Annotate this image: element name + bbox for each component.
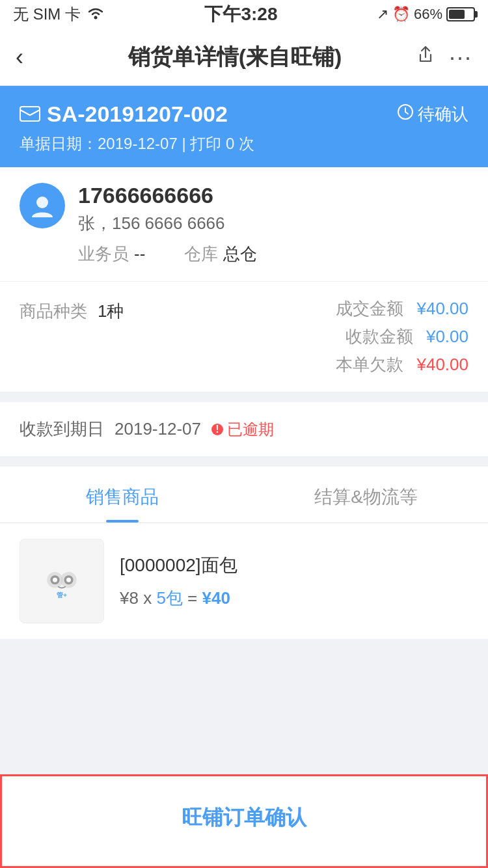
location-icon: ↗ xyxy=(377,6,388,23)
amounts-summary: 成交金额 ¥40.00 收款金额 ¥0.00 本单欠款 ¥40.00 xyxy=(336,297,468,376)
product-name: [0000002]面包 xyxy=(120,553,468,578)
status-right: ↗ ⏰ 66% xyxy=(377,6,475,23)
payment-amount-label: 收款金额 xyxy=(346,325,413,348)
due-date-label: 收款到期日 xyxy=(20,418,104,441)
order-id: SA-20191207-002 xyxy=(20,102,228,127)
order-icon xyxy=(20,102,40,127)
overdue-badge: ! 已逾期 xyxy=(211,419,274,440)
customer-section: 17666666666 张，156 6666 6666 业务员 -- 仓库 总仓 xyxy=(0,167,488,281)
product-item: 管+ [0000002]面包 ¥8 x 5包 = ¥40 xyxy=(0,523,488,639)
order-header-top: SA-20191207-002 待确认 xyxy=(20,102,468,127)
product-list: 管+ [0000002]面包 ¥8 x 5包 = ¥40 xyxy=(0,523,488,639)
svg-point-8 xyxy=(53,578,57,582)
svg-rect-1 xyxy=(20,107,40,121)
due-date-value: 2019-12-07 xyxy=(115,419,201,439)
owed-amount-label: 本单欠款 xyxy=(336,353,403,376)
svg-point-9 xyxy=(66,578,71,582)
salesperson-item: 业务员 -- xyxy=(78,243,145,265)
more-button[interactable]: ··· xyxy=(449,44,472,71)
product-type-label: 商品种类 xyxy=(20,300,87,323)
owed-amount-row: 本单欠款 ¥40.00 xyxy=(336,353,468,376)
price-qty: 5包 xyxy=(156,588,182,608)
customer-meta: 业务员 -- 仓库 总仓 xyxy=(78,243,468,265)
customer-phone: 17666666666 xyxy=(78,183,468,208)
svg-point-3 xyxy=(36,197,48,208)
svg-text:管+: 管+ xyxy=(57,591,67,599)
order-status: 待确认 xyxy=(397,103,468,126)
carrier-text: 无 SIM 卡 xyxy=(13,4,81,25)
customer-card: 17666666666 张，156 6666 6666 业务员 -- 仓库 总仓… xyxy=(0,167,488,392)
status-text: 待确认 xyxy=(418,103,468,126)
customer-name: 张，156 6666 6666 xyxy=(78,212,468,235)
salesperson-value: -- xyxy=(134,244,145,264)
battery-percent: 66% xyxy=(414,6,442,23)
warehouse-value: 总仓 xyxy=(223,243,257,265)
summary-section: 商品种类 1种 成交金额 ¥40.00 收款金额 ¥0.00 本单欠款 ¥40.… xyxy=(0,281,488,392)
product-details: [0000002]面包 ¥8 x 5包 = ¥40 xyxy=(120,553,468,610)
tab-settlement[interactable]: 结算&物流等 xyxy=(244,467,488,522)
avatar xyxy=(20,183,65,228)
status-time: 下午3:28 xyxy=(204,2,277,27)
status-left: 无 SIM 卡 xyxy=(13,4,105,25)
price-base: ¥8 x xyxy=(120,588,156,608)
deal-amount-label: 成交金额 xyxy=(336,297,403,320)
svg-point-0 xyxy=(94,16,98,20)
due-date-section: 收款到期日 2019-12-07 ! 已逾期 xyxy=(0,402,488,456)
warehouse-item: 仓库 总仓 xyxy=(184,243,257,265)
order-meta: 单据日期：2019-12-07 | 打印 0 次 xyxy=(20,133,468,154)
deal-amount-value: ¥40.00 xyxy=(416,299,468,319)
confirm-order-button[interactable]: 旺铺订单确认 xyxy=(21,789,467,847)
status-bar: 无 SIM 卡 下午3:28 ↗ ⏰ 66% xyxy=(0,0,488,29)
customer-info: 17666666666 张，156 6666 6666 业务员 -- 仓库 总仓 xyxy=(78,183,468,265)
payment-amount-value: ¥0.00 xyxy=(426,327,468,347)
wifi-icon xyxy=(86,5,105,23)
salesperson-label: 业务员 xyxy=(78,243,129,265)
price-total: ¥40 xyxy=(202,588,230,608)
price-sep: = xyxy=(183,588,202,608)
clock-icon xyxy=(397,103,414,125)
back-button[interactable]: ‹ xyxy=(16,44,55,71)
deal-amount-row: 成交金额 ¥40.00 xyxy=(336,297,468,320)
battery-icon xyxy=(446,7,475,21)
order-header: SA-20191207-002 待确认 单据日期：2019-12-07 | 打印… xyxy=(0,86,488,167)
nav-bar: ‹ 销货单详情(来自旺铺) ··· xyxy=(0,29,488,86)
payment-amount-row: 收款金额 ¥0.00 xyxy=(346,325,468,348)
owed-amount-value: ¥40.00 xyxy=(416,355,468,375)
share-button[interactable] xyxy=(415,44,436,70)
page-title: 销货单详情(来自旺铺) xyxy=(55,42,415,72)
nav-actions: ··· xyxy=(415,44,472,71)
bottom-area xyxy=(0,649,488,793)
overdue-icon: ! xyxy=(211,424,223,435)
alarm-icon: ⏰ xyxy=(392,6,410,23)
tabs-bar: 销售商品 结算&物流等 xyxy=(0,467,488,523)
overdue-text: 已逾期 xyxy=(227,419,274,440)
product-type-value: 1种 xyxy=(98,300,124,323)
tab-products[interactable]: 销售商品 xyxy=(0,467,244,522)
product-image: 管+ xyxy=(20,539,104,623)
product-price: ¥8 x 5包 = ¥40 xyxy=(120,587,468,610)
warehouse-label: 仓库 xyxy=(184,243,218,265)
product-type: 商品种类 1种 xyxy=(20,297,336,323)
confirm-btn-wrapper: 旺铺订单确认 xyxy=(0,774,488,868)
